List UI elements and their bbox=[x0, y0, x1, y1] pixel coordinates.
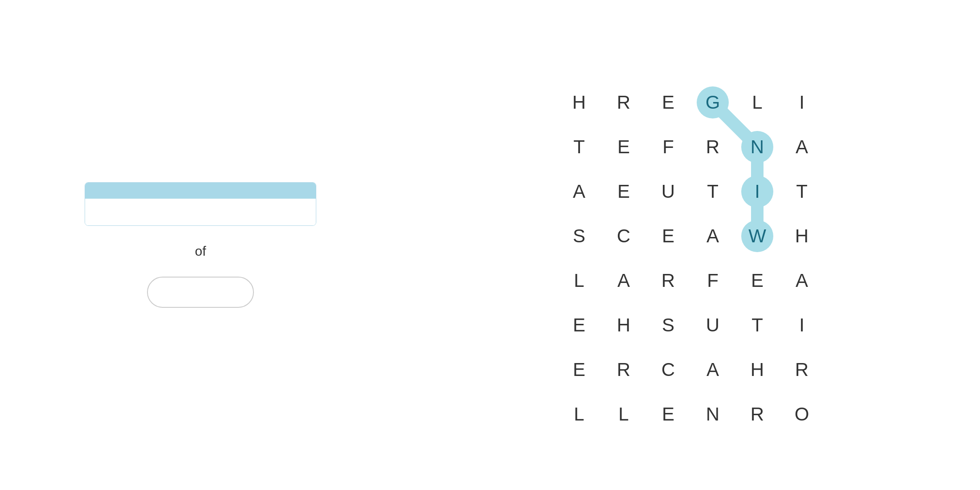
grid-cell-47[interactable]: O bbox=[780, 392, 824, 437]
cell-letter-7: E bbox=[608, 131, 640, 163]
cell-letter-3: G bbox=[697, 86, 729, 118]
grid-cell-8[interactable]: F bbox=[646, 125, 690, 169]
cell-letter-18: S bbox=[563, 220, 595, 252]
cell-letter-30: E bbox=[563, 309, 595, 341]
hint-button[interactable] bbox=[147, 277, 254, 308]
grid-cell-18[interactable]: S bbox=[557, 214, 601, 258]
letter-grid: HREGLITEFRNAAEUTITSCEAWHLARFEAEHSUTIERCA… bbox=[557, 80, 824, 437]
cell-letter-31: H bbox=[608, 309, 640, 341]
cell-letter-42: L bbox=[563, 398, 595, 430]
grid-cell-36[interactable]: E bbox=[557, 347, 601, 392]
grid-cell-6[interactable]: T bbox=[557, 125, 601, 169]
cell-letter-0: H bbox=[563, 86, 595, 118]
cell-letter-36: E bbox=[563, 354, 595, 386]
grid-cell-17[interactable]: T bbox=[780, 169, 824, 214]
cell-letter-26: R bbox=[652, 265, 684, 297]
grid-cell-27[interactable]: F bbox=[690, 258, 735, 303]
cell-letter-34: T bbox=[741, 309, 773, 341]
grid-cell-2[interactable]: E bbox=[646, 80, 690, 125]
grid-cell-3[interactable]: G bbox=[690, 80, 735, 125]
grid-cell-20[interactable]: E bbox=[646, 214, 690, 258]
grid-cell-28[interactable]: E bbox=[735, 258, 780, 303]
cell-letter-5: I bbox=[786, 86, 818, 118]
grid-cell-35[interactable]: I bbox=[780, 303, 824, 347]
right-panel: HREGLITEFRNAAEUTITSCEAWHLARFEAEHSUTIERCA… bbox=[401, 0, 980, 490]
cell-letter-44: E bbox=[652, 398, 684, 430]
progress-of: of bbox=[195, 244, 206, 258]
grid-cell-42[interactable]: L bbox=[557, 392, 601, 437]
grid-cell-41[interactable]: R bbox=[780, 347, 824, 392]
grid-cell-34[interactable]: T bbox=[735, 303, 780, 347]
cell-letter-37: R bbox=[608, 354, 640, 386]
cell-letter-27: F bbox=[697, 265, 729, 297]
grid-cell-21[interactable]: A bbox=[690, 214, 735, 258]
grid-cell-14[interactable]: U bbox=[646, 169, 690, 214]
grid-cell-0[interactable]: H bbox=[557, 80, 601, 125]
cell-letter-43: L bbox=[608, 398, 640, 430]
grid-cell-1[interactable]: R bbox=[601, 80, 646, 125]
theme-card-header bbox=[85, 183, 316, 199]
grid-cell-25[interactable]: A bbox=[601, 258, 646, 303]
grid-cell-39[interactable]: A bbox=[690, 347, 735, 392]
grid-cell-5[interactable]: I bbox=[780, 80, 824, 125]
grid-cell-38[interactable]: C bbox=[646, 347, 690, 392]
cell-letter-21: A bbox=[697, 220, 729, 252]
cell-letter-4: L bbox=[741, 86, 773, 118]
cell-letter-9: R bbox=[697, 131, 729, 163]
cell-letter-33: U bbox=[697, 309, 729, 341]
grid-cell-33[interactable]: U bbox=[690, 303, 735, 347]
grid-cell-16[interactable]: I bbox=[735, 169, 780, 214]
cell-letter-25: A bbox=[608, 265, 640, 297]
cell-letter-20: E bbox=[652, 220, 684, 252]
grid-cell-37[interactable]: R bbox=[601, 347, 646, 392]
cell-letter-45: N bbox=[697, 398, 729, 430]
grid-cell-12[interactable]: A bbox=[557, 169, 601, 214]
grid-cell-29[interactable]: A bbox=[780, 258, 824, 303]
cell-letter-12: A bbox=[563, 176, 595, 208]
cell-letter-38: C bbox=[652, 354, 684, 386]
cell-letter-41: R bbox=[786, 354, 818, 386]
cell-letter-14: U bbox=[652, 176, 684, 208]
grid-cell-45[interactable]: N bbox=[690, 392, 735, 437]
theme-card bbox=[85, 182, 316, 226]
cell-letter-29: A bbox=[786, 265, 818, 297]
grid-cell-44[interactable]: E bbox=[646, 392, 690, 437]
cell-letter-2: E bbox=[652, 86, 684, 118]
cell-letter-15: T bbox=[697, 176, 729, 208]
grid-cell-30[interactable]: E bbox=[557, 303, 601, 347]
grid-cell-31[interactable]: H bbox=[601, 303, 646, 347]
grid-cell-46[interactable]: R bbox=[735, 392, 780, 437]
cell-letter-24: L bbox=[563, 265, 595, 297]
grid-cell-24[interactable]: L bbox=[557, 258, 601, 303]
cell-letter-8: F bbox=[652, 131, 684, 163]
theme-card-body bbox=[85, 199, 316, 225]
grid-cell-32[interactable]: S bbox=[646, 303, 690, 347]
grid-cell-7[interactable]: E bbox=[601, 125, 646, 169]
grid-cell-10[interactable]: N bbox=[735, 125, 780, 169]
cell-letter-46: R bbox=[741, 398, 773, 430]
grid-cell-23[interactable]: H bbox=[780, 214, 824, 258]
cell-letter-13: E bbox=[608, 176, 640, 208]
grid-cell-15[interactable]: T bbox=[690, 169, 735, 214]
cell-letter-11: A bbox=[786, 131, 818, 163]
cell-letter-35: I bbox=[786, 309, 818, 341]
cell-letter-6: T bbox=[563, 131, 595, 163]
cell-letter-22: W bbox=[741, 220, 773, 252]
cell-letter-28: E bbox=[741, 265, 773, 297]
grid-cell-43[interactable]: L bbox=[601, 392, 646, 437]
progress-text: of bbox=[195, 244, 206, 259]
left-panel: of bbox=[0, 0, 401, 490]
cell-letter-1: R bbox=[608, 86, 640, 118]
cell-letter-17: T bbox=[786, 176, 818, 208]
cell-letter-19: C bbox=[608, 220, 640, 252]
grid-cell-40[interactable]: H bbox=[735, 347, 780, 392]
cell-letter-32: S bbox=[652, 309, 684, 341]
grid-cell-11[interactable]: A bbox=[780, 125, 824, 169]
grid-cell-4[interactable]: L bbox=[735, 80, 780, 125]
grid-cell-13[interactable]: E bbox=[601, 169, 646, 214]
grid-cell-9[interactable]: R bbox=[690, 125, 735, 169]
grid-cell-22[interactable]: W bbox=[735, 214, 780, 258]
grid-cell-19[interactable]: C bbox=[601, 214, 646, 258]
cell-letter-47: O bbox=[786, 398, 818, 430]
grid-cell-26[interactable]: R bbox=[646, 258, 690, 303]
